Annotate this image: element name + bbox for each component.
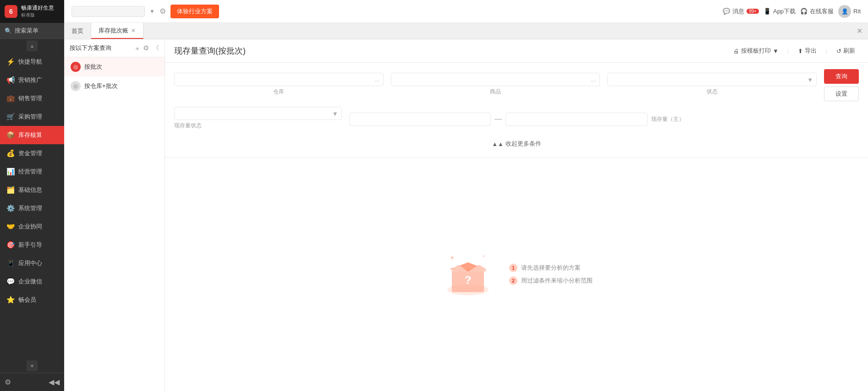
plan-icon-gray: ◎ (71, 81, 81, 91)
sidebar-item-inventory[interactable]: 📦 库存核算 (0, 126, 64, 144)
message-action[interactable]: 💬 消息 99+ (723, 7, 759, 16)
goods-ellipsis-icon[interactable]: … (591, 76, 596, 83)
sidebar-item-app-center[interactable]: 📱 应用中心 (0, 254, 64, 272)
sidebar-item-vip[interactable]: ⭐ 畅会员 (0, 291, 64, 309)
enterprise-wechat-icon: 💬 (6, 277, 15, 286)
goods-input[interactable] (391, 73, 600, 86)
app-subtitle: 标准版 (21, 12, 54, 18)
stock-status-select-wrapper: 全部 有库存 无库存 ▼ (174, 107, 342, 120)
topbar-chevron-icon[interactable]: ▼ (149, 8, 155, 15)
print-label: 按模板打印 (741, 47, 771, 55)
online-service-label: 在线客服 (810, 7, 834, 16)
page-close-button[interactable]: ✕ (851, 27, 868, 35)
trial-btn[interactable]: 体验行业方案 (170, 5, 219, 18)
sidebar-label: 企业协同 (18, 223, 42, 231)
topbar-gear-icon[interactable]: ⚙ (159, 7, 166, 16)
collapse-label: 收起更多条件 (505, 140, 541, 148)
headset-icon: 🎧 (800, 8, 808, 15)
sidebar-label: 新手引导 (18, 241, 42, 249)
tab-batch-account-label: 库存批次账 (99, 27, 128, 35)
print-chevron-icon: ▼ (773, 48, 779, 54)
settings-button[interactable]: 设置 (824, 87, 859, 101)
online-service-action[interactable]: 🎧 在线客服 (800, 7, 834, 16)
tab-home-label: 首页 (71, 27, 83, 35)
user-avatar-area[interactable]: 👤 Rit (838, 5, 861, 18)
print-button[interactable]: 🖨 按模板打印 ▼ (730, 45, 782, 57)
sidebar-label: 系统管理 (18, 204, 42, 212)
sidebar-label: 应用中心 (18, 259, 42, 267)
main-area: ▼ ⚙ 体验行业方案 💬 消息 99+ 📱 App下载 🎧 在线客服 👤 Rit… (64, 0, 868, 391)
stock-quantity-range: — 现存量（主） (349, 113, 684, 126)
warehouse-field: … 仓库 (174, 73, 384, 98)
empty-step-1: 1 请先选择要分析的方案 (509, 264, 593, 272)
filter-area: … 仓库 … 商品 (165, 63, 868, 157)
sidebar-item-finance[interactable]: 💰 资金管理 (0, 144, 64, 163)
collapse-panel-icon[interactable]: 《 (153, 44, 159, 52)
plan-item-by-warehouse-batch[interactable]: ◎ 按仓库+批次 (64, 76, 165, 96)
sidebar-header: 6 畅康通好生意 标准版 (0, 0, 64, 23)
stock-qty-to-field (505, 113, 648, 126)
stock-status-select[interactable]: 全部 有库存 无库存 (174, 107, 342, 120)
divider2: | (826, 49, 827, 54)
sidebar-item-sales[interactable]: 💼 销售管理 (0, 89, 64, 108)
export-button[interactable]: ⬆ 导出 (794, 45, 820, 57)
operation-icon: 📊 (6, 168, 15, 176)
page-header: 现存量查询(按批次) 🖨 按模板打印 ▼ | ⬆ 导出 | ↺ (165, 39, 868, 63)
divider: | (788, 49, 789, 54)
status-select[interactable]: 全部 正常 锁定 (607, 73, 817, 86)
refresh-button[interactable]: ↺ 刷新 (833, 45, 859, 57)
search-menu[interactable]: 🔍 搜索菜单 (0, 23, 64, 39)
quick-nav-icon: ⚡ (6, 58, 15, 66)
page-title: 现存量查询(按批次) (174, 45, 246, 56)
settings-icon[interactable]: ⚙ (5, 378, 11, 386)
plan-settings-icon[interactable]: ⚙ (143, 44, 149, 52)
collapse-more-button[interactable]: ▲▲ 收起更多条件 (174, 137, 859, 151)
sidebar-item-system[interactable]: ⚙️ 系统管理 (0, 199, 64, 217)
stock-qty-from-input[interactable] (349, 113, 491, 126)
sidebar-item-enterprise-wechat[interactable]: 💬 企业微信 (0, 272, 64, 291)
finance-icon: 💰 (6, 149, 15, 157)
print-icon: 🖨 (733, 48, 739, 54)
step-number-1: 1 (509, 264, 517, 272)
svg-text:?: ? (465, 274, 472, 286)
app-download-action[interactable]: 📱 App下载 (764, 7, 796, 16)
app-download-icon: 📱 (764, 8, 771, 15)
left-panel: 按以下方案查询 + ⚙ 《 ◎ 按批次 ◎ 按仓库+批次 (64, 39, 165, 391)
sidebar-item-purchase[interactable]: 🛒 采购管理 (0, 108, 64, 126)
topbar-search-input[interactable] (71, 6, 145, 17)
add-plan-icon[interactable]: + (135, 44, 139, 52)
content-area: 按以下方案查询 + ⚙ 《 ◎ 按批次 ◎ 按仓库+批次 (64, 39, 868, 391)
sidebar-label: 库存核算 (18, 131, 42, 139)
sidebar-label: 采购管理 (18, 113, 42, 121)
stock-status-field: 全部 有库存 无库存 ▼ 现存量状态 (174, 107, 342, 131)
plan-item-by-batch[interactable]: ◎ 按批次 (64, 57, 165, 76)
stock-qty-from-field (349, 113, 491, 126)
sidebar-item-enterprise[interactable]: 🤝 企业协同 (0, 217, 64, 236)
page-header-actions: 🖨 按模板打印 ▼ | ⬆ 导出 | ↺ 刷新 (730, 45, 859, 57)
search-menu-label: 搜索菜单 (15, 27, 38, 35)
warehouse-input[interactable] (174, 73, 384, 86)
message-badge: 99+ (747, 9, 759, 14)
sidebar-label: 畅会员 (18, 296, 36, 304)
tab-close-icon[interactable]: ✕ (131, 27, 136, 34)
scroll-down-button[interactable]: ▼ (27, 360, 38, 371)
purchase-icon: 🛒 (6, 113, 15, 121)
sidebar-item-quick-nav[interactable]: ⚡ 快捷导航 (0, 53, 64, 71)
inventory-icon: 📦 (6, 131, 15, 139)
sidebar-footer: ⚙ ◀◀ (0, 373, 64, 391)
sidebar-item-marketing[interactable]: 📢 营销推广 (0, 71, 64, 89)
tab-home[interactable]: 首页 (64, 23, 91, 39)
sidebar-item-operation[interactable]: 📊 经营管理 (0, 163, 64, 181)
tab-batch-account[interactable]: 库存批次账 ✕ (91, 23, 143, 39)
export-label: 导出 (805, 47, 817, 55)
sidebar-item-newbie[interactable]: 🎯 新手引导 (0, 236, 64, 254)
query-button[interactable]: 查询 (824, 69, 859, 84)
stock-qty-to-input[interactable] (505, 113, 648, 126)
status-label: 状态 (607, 86, 817, 98)
scroll-up-button[interactable]: ▲ (27, 40, 38, 51)
warehouse-ellipsis-icon[interactable]: … (374, 76, 380, 83)
refresh-icon: ↺ (836, 48, 841, 54)
collapse-sidebar-icon[interactable]: ◀◀ (49, 378, 60, 386)
sidebar-item-basic[interactable]: 🗂️ 基础信息 (0, 181, 64, 199)
goods-input-wrapper: … (391, 73, 600, 86)
